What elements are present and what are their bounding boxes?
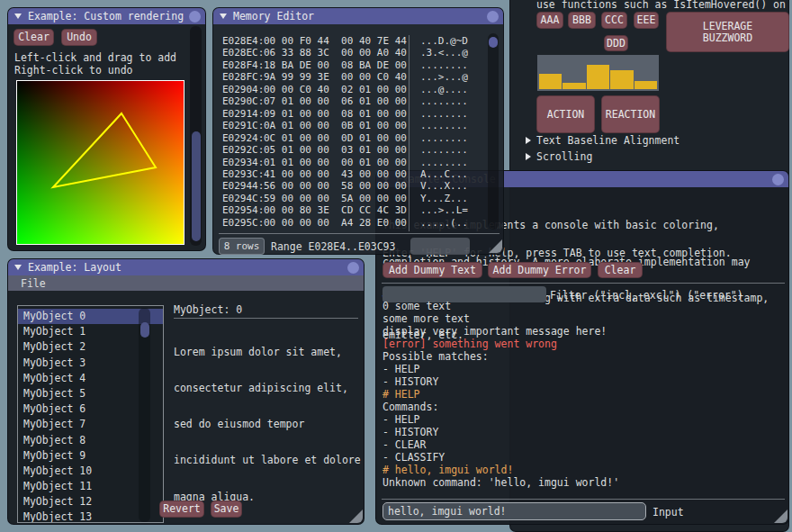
leverage-buzzword-button[interactable]: LEVERAGE BUZZWORD: [666, 12, 789, 52]
window-menu-button[interactable]: [189, 11, 201, 23]
memory-row-ascii: ........: [420, 95, 468, 107]
histogram-bar: [562, 83, 585, 89]
memory-row[interactable]: E0291C:0A 01 00 00 0B 01 00 00........: [213, 120, 490, 131]
memory-row[interactable]: E02904:00 00 C0 40 02 01 00 00...@....: [213, 84, 490, 95]
memory-row[interactable]: E0294C:59 00 00 00 5A 00 00 00Y...Z...: [213, 193, 490, 204]
memory-row[interactable]: E02934:01 01 00 00 00 01 00 00........: [213, 157, 490, 168]
memory-row-hex[interactable]: 41 00 00 00 43 00 00 00: [264, 168, 407, 180]
memory-row-hex[interactable]: 00 00 F0 44 00 40 7E 44: [264, 35, 407, 47]
memory-row-hex[interactable]: 00 00 C0 40 02 01 00 00: [264, 84, 407, 95]
memory-row[interactable]: E028F4:18 BA DE 00 08 BA DE 00........: [213, 59, 490, 71]
eee-button[interactable]: EEE: [634, 12, 659, 29]
rows-count-badge[interactable]: 8 rows: [219, 238, 265, 255]
drawn-triangle: [17, 81, 184, 244]
bbb-button[interactable]: BBB: [568, 12, 596, 29]
memory-row-hex[interactable]: 00 00 00 00 A4 28 E0 00: [264, 217, 407, 229]
layout-titlebar[interactable]: Example: Layout: [8, 259, 364, 275]
console-output-line: - HELP: [382, 363, 619, 375]
save-button[interactable]: Save: [211, 500, 242, 518]
memory-row[interactable]: E02954:00 00 80 3E CD CC 4C 3D...>..L=: [213, 204, 490, 216]
memory-row-ascii: .3.<...@: [420, 47, 468, 59]
console-output-line: - HISTORY: [382, 426, 619, 438]
memory-row-hex[interactable]: 05 01 00 00 03 01 00 00: [264, 144, 407, 156]
scrollbar[interactable]: [488, 33, 499, 230]
collapse-arrow-icon[interactable]: [14, 14, 22, 19]
memory-row-hex[interactable]: 9A 99 99 3E 00 00 C0 40: [264, 71, 407, 83]
memory-row-address: E02954:: [222, 204, 264, 216]
custom-rendering-titlebar[interactable]: Example: Custom rendering: [8, 8, 205, 24]
memory-row[interactable]: E0290C:07 01 00 00 06 01 00 00........: [213, 95, 490, 107]
memory-row[interactable]: E0293C:41 00 00 00 43 00 00 00A...C...: [213, 168, 490, 180]
window-menu-button[interactable]: [347, 262, 359, 274]
memory-row-hex[interactable]: 56 00 00 00 58 00 00 00: [264, 180, 407, 192]
memory-row[interactable]: E02944:56 00 00 00 58 00 00 00V...X...: [213, 180, 490, 192]
memory-row-hex[interactable]: 0C 01 00 00 0D 01 00 00: [264, 132, 407, 144]
histogram-bar: [634, 81, 657, 89]
resize-grip[interactable]: [489, 239, 502, 253]
ddd-button[interactable]: DDD: [604, 35, 628, 51]
scrollbar[interactable]: [190, 26, 202, 246]
memory-row-address: E0290C:: [222, 95, 264, 107]
memory-row-hex[interactable]: 06 33 88 3C 00 00 A0 40: [264, 47, 407, 59]
memory-row[interactable]: E028FC:9A 99 99 3E 00 00 C0 40...>...@: [213, 71, 490, 83]
description-line: consectetur adipiscing elit,: [174, 383, 361, 394]
scrollbar-thumb[interactable]: [140, 322, 149, 338]
memory-row[interactable]: E02924:0C 01 00 00 0D 01 00 00........: [213, 132, 490, 144]
memory-row[interactable]: E028E4:00 00 F0 44 00 40 7E 44...D.@~D: [213, 35, 490, 47]
histogram-plot[interactable]: [537, 55, 659, 91]
console-output-line: - CLEAR: [382, 438, 619, 451]
separator: [382, 283, 785, 284]
memory-row-hex[interactable]: 59 00 00 00 5A 00 00 00: [264, 193, 407, 204]
window-menu-button[interactable]: [772, 174, 784, 185]
undo-button[interactable]: Undo: [61, 29, 97, 46]
memory-row-hex[interactable]: 00 00 80 3E CD CC 4C 3D: [264, 204, 407, 216]
memory-row-ascii: Y...Z...: [420, 193, 468, 204]
clear-button[interactable]: Clear: [14, 29, 54, 46]
memory-hex-grid[interactable]: E028E4:00 00 F0 44 00 40 7E 44...D.@~DE0…: [213, 8, 490, 254]
collapse-arrow-icon[interactable]: [14, 265, 22, 270]
memory-row-address: E02934:: [222, 157, 264, 168]
revert-button[interactable]: Revert: [159, 500, 204, 518]
memory-row[interactable]: E028EC:06 33 88 3C 00 00 A0 40.3.<...@: [213, 47, 490, 59]
menu-file[interactable]: File: [21, 277, 46, 290]
tree-node-scrolling[interactable]: Scrolling: [526, 150, 592, 163]
desktop-background: use functions such as IsItemHovered() on…: [0, 0, 792, 532]
console-input[interactable]: hello, imgui world!: [382, 502, 646, 520]
scrollbar-thumb[interactable]: [192, 131, 201, 241]
memory-row-hex[interactable]: 01 01 00 00 00 01 00 00: [264, 157, 407, 168]
memory-row-address: E0295C:: [222, 217, 264, 229]
memory-row-ascii: ...>...@: [420, 71, 468, 83]
scrollbar-thumb[interactable]: [489, 37, 498, 48]
console-output-line: [error] something went wrong: [382, 338, 619, 350]
drawing-canvas[interactable]: [16, 80, 184, 245]
add-dummy-text-button[interactable]: Add Dummy Text: [382, 262, 482, 278]
scrollbar[interactable]: [139, 308, 150, 522]
tree-node-text-baseline-alignment[interactable]: Text Baseline Alignment: [526, 134, 680, 147]
memory-row-ascii: ...D.@~D: [420, 35, 468, 47]
menu-bar: File: [8, 275, 364, 291]
memory-row[interactable]: E0292C:05 01 00 00 03 01 00 00........: [213, 144, 490, 156]
console-output-line: 0 some text: [382, 300, 619, 312]
resize-grip[interactable]: [774, 509, 788, 523]
goto-address-input[interactable]: [410, 238, 470, 255]
memory-row-hex[interactable]: 09 01 00 00 08 01 00 00: [264, 108, 407, 120]
action-button[interactable]: ACTION: [536, 95, 595, 133]
reaction-button[interactable]: REACTION: [601, 95, 660, 133]
memory-row[interactable]: E02914:09 01 00 00 08 01 00 00........: [213, 108, 490, 120]
memory-row-address: E02914:: [222, 108, 264, 120]
memory-row-hex[interactable]: 0A 01 00 00 0B 01 00 00: [264, 120, 407, 131]
memory-row-hex[interactable]: 18 BA DE 00 08 BA DE 00: [264, 59, 407, 71]
histogram-bar: [539, 74, 562, 89]
console-output-log[interactable]: 0 some textsome more textdisplay very im…: [382, 300, 619, 489]
clear-button[interactable]: Clear: [598, 262, 643, 278]
memory-row-hex[interactable]: 07 01 00 00 06 01 00 00: [264, 95, 407, 107]
add-dummy-error-button[interactable]: Add Dummy Error: [488, 262, 591, 278]
memory-row-ascii: V...X...: [420, 180, 468, 192]
separator: [382, 499, 785, 500]
chevron-right-icon: [526, 153, 531, 160]
memory-row[interactable]: E0295C:00 00 00 00 A4 28 E0 00.....(..: [213, 217, 490, 229]
ccc-button[interactable]: CCC: [601, 12, 627, 29]
custom-rendering-title: Example: Custom rendering: [28, 10, 184, 23]
aaa-button[interactable]: AAA: [536, 12, 563, 29]
memory-row-address: E0291C:: [222, 120, 264, 131]
